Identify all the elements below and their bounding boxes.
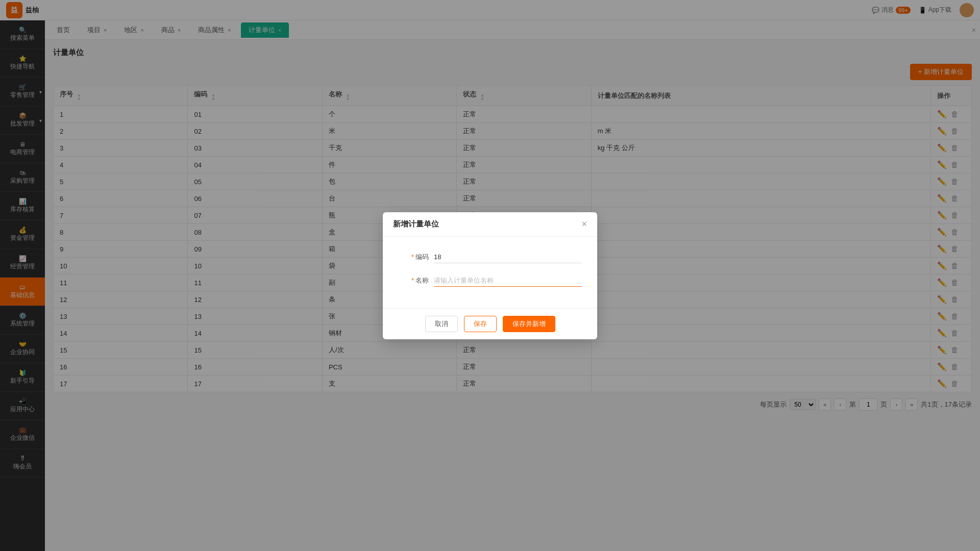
modal-add-unit: 新增计量单位 × 编码 名称 取消 保存 保存并新增	[383, 212, 597, 339]
save-button[interactable]: 保存	[464, 316, 497, 332]
modal-close-button[interactable]: ×	[581, 219, 587, 229]
code-label: 编码	[398, 253, 429, 262]
form-row-code: 编码	[398, 251, 582, 263]
modal-overlay[interactable]: 新增计量单位 × 编码 名称 取消 保存 保存并新增	[0, 0, 980, 551]
modal-footer: 取消 保存 保存并新增	[383, 308, 597, 339]
name-input[interactable]	[434, 274, 582, 287]
code-input[interactable]	[434, 251, 582, 263]
modal-title: 新增计量单位	[393, 219, 439, 229]
name-label: 名称	[398, 276, 429, 285]
save-new-button[interactable]: 保存并新增	[503, 316, 555, 332]
cancel-button[interactable]: 取消	[425, 316, 458, 332]
modal-body: 编码 名称	[383, 237, 597, 308]
form-row-name: 名称	[398, 274, 582, 287]
modal-header: 新增计量单位 ×	[383, 212, 597, 237]
